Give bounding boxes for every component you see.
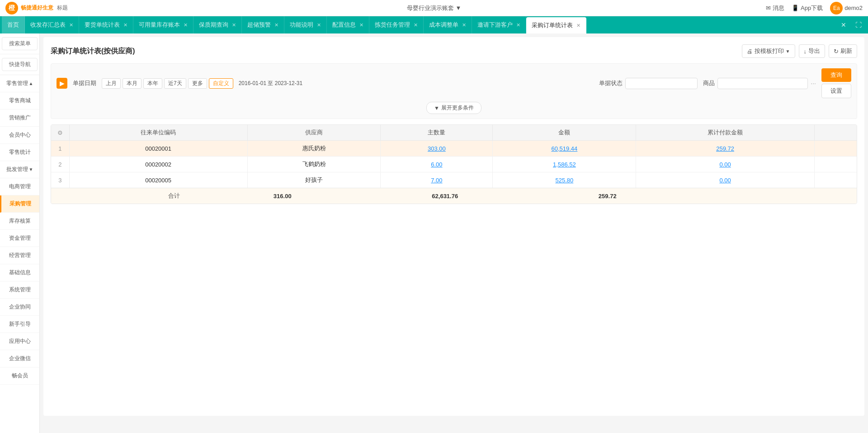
- tab-配置信息[interactable]: 配置信息 ✕: [327, 16, 369, 33]
- sidebar-item-系统管理[interactable]: 系统管理: [0, 281, 39, 299]
- sidebar-item-企业协同[interactable]: 企业协同: [0, 299, 39, 316]
- tab-功能说明[interactable]: 功能说明 ✕: [284, 16, 327, 33]
- tab-邀请下游客户[interactable]: 邀请下游客户 ✕: [472, 16, 526, 33]
- row-code: 00020005: [69, 172, 247, 188]
- row-paid[interactable]: 0.00: [636, 157, 814, 172]
- tab-拣货任务管理[interactable]: 拣货任务管理 ✕: [369, 16, 424, 33]
- quicknav-button[interactable]: 快捷导航: [2, 58, 38, 71]
- chevron-down-icon: ▼: [786, 49, 790, 54]
- footer-label: 合计: [147, 192, 201, 200]
- sidebar-item-零售商城[interactable]: 零售商城: [0, 92, 39, 109]
- sidebar-item-会员中心[interactable]: 会员中心: [0, 127, 39, 144]
- row-amount[interactable]: 1,586.52: [493, 157, 636, 172]
- tab-close-icon[interactable]: ✕: [184, 22, 188, 28]
- search-menu-button[interactable]: 搜索菜单: [2, 37, 38, 50]
- page-header: 采购订单统计表(按供应商) 🖨 按模板打印 ▼ ↓ 导出 ↻ 刷新: [51, 44, 857, 58]
- tab-要货单统计表[interactable]: 要货单统计表 ✕: [79, 16, 133, 33]
- main-layout: 搜索菜单 快捷导航 零售管理 ▲ 零售商城 营销推广 会员中心 零售统计 批发管…: [0, 33, 868, 433]
- workspace-label[interactable]: 母婴行业演示账套 ▼: [407, 4, 462, 12]
- date-btn-近7天[interactable]: 近7天: [164, 78, 186, 89]
- data-table: ⚙ 往来单位编码 供应商 主数量 金额 累计付款金额 1: [51, 125, 857, 188]
- sidebar-item-电商管理[interactable]: 电商管理: [0, 178, 39, 195]
- sidebar-quicknav-section: 快捷导航: [0, 54, 39, 75]
- row-paid[interactable]: 0.00: [636, 172, 814, 188]
- refresh-icon: ↻: [834, 48, 839, 55]
- tab-close-icon[interactable]: ✕: [232, 22, 236, 28]
- tab-收发存汇总表[interactable]: 收发存汇总表 ✕: [25, 16, 79, 33]
- maximize-window-button[interactable]: ⛶: [853, 20, 864, 29]
- sidebar-item-经营管理[interactable]: 经营管理: [0, 247, 39, 264]
- row-quantity[interactable]: 6.00: [381, 157, 493, 172]
- tab-close-icon[interactable]: ✕: [462, 22, 466, 28]
- sidebar-item-零售统计[interactable]: 零售统计: [0, 144, 39, 161]
- sidebar-item-采购管理[interactable]: 采购管理: [0, 195, 39, 213]
- status-label: 单据状态: [599, 79, 623, 87]
- expand-icon: ▼: [434, 105, 439, 111]
- row-extra: [814, 141, 857, 157]
- refresh-button[interactable]: ↻ 刷新: [829, 44, 857, 58]
- sidebar-item-新手引导[interactable]: 新手引导: [0, 316, 39, 333]
- filter-toggle-button[interactable]: ▶: [57, 78, 67, 89]
- col-quantity: 主数量: [381, 125, 493, 141]
- footer-amount: 62,631.76: [364, 193, 527, 200]
- tab-保质期查询[interactable]: 保质期查询 ✕: [193, 16, 242, 33]
- row-amount[interactable]: 60,519.44: [493, 141, 636, 157]
- export-button[interactable]: ↓ 导出: [799, 44, 826, 58]
- tab-超储预警[interactable]: 超储预警 ✕: [242, 16, 284, 33]
- tab-close-icon[interactable]: ✕: [317, 22, 321, 28]
- sidebar-search-section: 搜索菜单: [0, 33, 39, 54]
- goods-label: 商品: [703, 79, 715, 87]
- tab-成本调整单[interactable]: 成本调整单 ✕: [424, 16, 472, 33]
- col-settings[interactable]: ⚙: [51, 125, 69, 141]
- sidebar-item-批发管理[interactable]: 批发管理 ▼: [0, 161, 39, 178]
- table-body: 1 00020001 惠氏奶粉 303.00 60,519.44 259.72 …: [51, 141, 857, 188]
- tab-close-icon[interactable]: ✕: [414, 22, 418, 28]
- user-info[interactable]: Ea demo2: [830, 2, 863, 14]
- app-download-button[interactable]: 📱 App下载: [792, 4, 823, 12]
- tab-close-icon[interactable]: ✕: [69, 22, 73, 28]
- message-button[interactable]: ✉ 消息: [766, 4, 784, 12]
- tab-close-icon[interactable]: ✕: [274, 22, 278, 28]
- column-settings-icon[interactable]: ⚙: [57, 129, 63, 136]
- sidebar-item-营销推广[interactable]: 营销推广: [0, 109, 39, 127]
- expand-conditions-button[interactable]: ▼ 展开更多条件: [426, 102, 481, 114]
- chevron-icon: ▼: [29, 167, 33, 172]
- sidebar-item-基础信息[interactable]: 基础信息: [0, 264, 39, 281]
- status-select[interactable]: [625, 78, 698, 89]
- print-button[interactable]: 🖨 按模板打印 ▼: [742, 44, 795, 58]
- row-quantity[interactable]: 7.00: [381, 172, 493, 188]
- date-more-button[interactable]: 更多: [188, 78, 207, 89]
- sidebar-item-畅会员[interactable]: 畅会员: [0, 367, 39, 385]
- search-button[interactable]: 查询: [821, 68, 851, 82]
- row-paid[interactable]: 259.72: [636, 141, 814, 157]
- sidebar-item-企业微信[interactable]: 企业微信: [0, 350, 39, 367]
- tab-close-icon[interactable]: ✕: [516, 22, 520, 28]
- row-amount[interactable]: 525.80: [493, 172, 636, 188]
- tab-可用量库存账本[interactable]: 可用量库存账本 ✕: [133, 16, 193, 33]
- date-btn-本月[interactable]: 本月: [123, 78, 142, 89]
- row-code: 00020002: [69, 157, 247, 172]
- col-extra: [814, 125, 857, 141]
- goods-input[interactable]: [717, 78, 808, 89]
- tab-home[interactable]: 首页: [2, 16, 25, 33]
- sidebar-item-应用中心[interactable]: 应用中心: [0, 333, 39, 350]
- goods-more-icon[interactable]: ···: [811, 80, 816, 87]
- row-quantity[interactable]: 303.00: [381, 141, 493, 157]
- tab-采购订单统计表[interactable]: 采购订单统计表 ✕: [526, 17, 586, 33]
- chevron-icon: ▲: [29, 81, 33, 86]
- top-bar-right: ✉ 消息 📱 App下载 Ea demo2: [766, 2, 863, 14]
- table-container: ⚙ 往来单位编码 供应商 主数量 金额 累计付款金额 1: [51, 124, 857, 204]
- sidebar-item-零售管理[interactable]: 零售管理 ▲: [0, 75, 39, 92]
- tab-close-icon[interactable]: ✕: [576, 23, 580, 29]
- table-row: 2 00020002 飞鹤奶粉 6.00 1,586.52 0.00: [51, 157, 857, 172]
- sidebar-item-资金管理[interactable]: 资金管理: [0, 230, 39, 247]
- col-code: 往来单位编码: [69, 125, 247, 141]
- close-window-button[interactable]: ✕: [838, 20, 849, 29]
- sidebar-item-库存核算[interactable]: 库存核算: [0, 213, 39, 230]
- date-btn-本年[interactable]: 本年: [143, 78, 162, 89]
- table-header-row: ⚙ 往来单位编码 供应商 主数量 金额 累计付款金额: [51, 125, 857, 141]
- settings-button[interactable]: 设置: [821, 84, 851, 98]
- date-btn-上月[interactable]: 上月: [102, 78, 121, 89]
- tab-close-icon[interactable]: ✕: [359, 22, 363, 28]
- tab-close-icon[interactable]: ✕: [123, 22, 127, 28]
